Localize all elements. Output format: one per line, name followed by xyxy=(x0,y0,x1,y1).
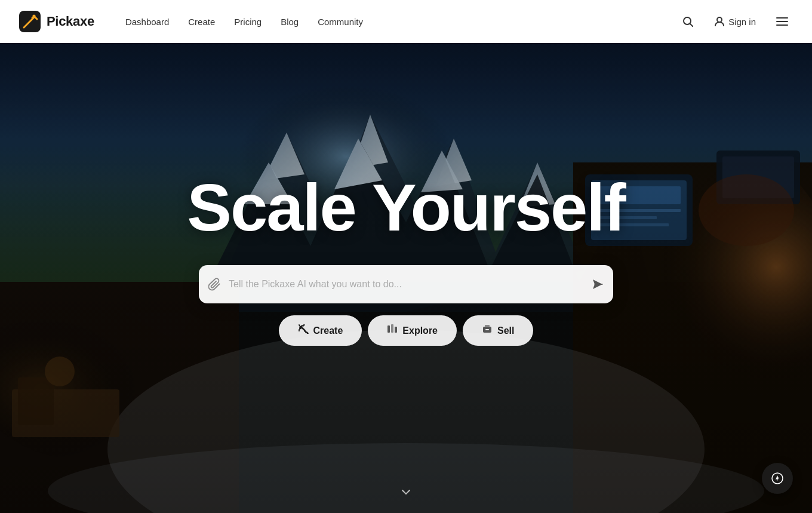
logo-link[interactable]: Pickaxe xyxy=(19,11,94,32)
nav-item-pricing[interactable]: Pricing xyxy=(227,13,269,30)
svg-rect-39 xyxy=(391,324,393,333)
logo-icon xyxy=(19,11,41,32)
svg-rect-42 xyxy=(485,325,490,327)
navbar-left: Pickaxe Dashboard Create Pricing Blog Co… xyxy=(19,11,370,32)
create-label: Create xyxy=(313,325,343,336)
sign-in-label: Sign in xyxy=(728,17,756,27)
hero-section: Scale Yourself ⛏ Create xyxy=(0,43,812,513)
svg-rect-40 xyxy=(395,327,397,333)
user-icon xyxy=(714,16,725,27)
svg-rect-38 xyxy=(387,325,390,333)
sell-label: Sell xyxy=(497,325,514,336)
navbar-right: Sign in xyxy=(677,11,793,32)
navbar: Pickaxe Dashboard Create Pricing Blog Co… xyxy=(0,0,812,43)
attachment-icon xyxy=(208,278,222,291)
hero-content: Scale Yourself ⛏ Create xyxy=(0,43,812,513)
hamburger-line-1 xyxy=(776,17,788,19)
search-icon xyxy=(682,16,693,27)
search-bar xyxy=(199,265,613,303)
compass-icon xyxy=(771,472,784,485)
svg-point-4 xyxy=(684,17,691,24)
nav-item-create[interactable]: Create xyxy=(181,13,222,30)
svg-line-5 xyxy=(690,24,693,26)
nav-item-dashboard[interactable]: Dashboard xyxy=(118,13,176,30)
logo-text: Pickaxe xyxy=(47,14,94,29)
nav-links: Dashboard Create Pricing Blog Community xyxy=(118,13,370,30)
create-button[interactable]: ⛏ Create xyxy=(279,315,362,346)
nav-item-blog[interactable]: Blog xyxy=(273,13,306,30)
search-input[interactable] xyxy=(229,279,583,290)
action-buttons: ⛏ Create Explore xyxy=(279,315,534,346)
hamburger-line-3 xyxy=(776,24,788,26)
sell-button[interactable]: Sell xyxy=(463,315,533,346)
explore-label: Explore xyxy=(402,325,438,336)
svg-point-45 xyxy=(777,478,779,480)
compass-button[interactable] xyxy=(762,463,793,494)
nav-item-community[interactable]: Community xyxy=(310,13,370,30)
sign-in-button[interactable]: Sign in xyxy=(708,13,762,30)
svg-point-6 xyxy=(717,17,722,22)
search-submit-button[interactable] xyxy=(590,278,604,291)
explore-button[interactable]: Explore xyxy=(368,315,457,346)
svg-rect-43 xyxy=(485,329,489,330)
search-button[interactable] xyxy=(677,11,699,32)
create-icon: ⛏ xyxy=(298,324,309,337)
sell-icon xyxy=(482,324,493,337)
menu-button[interactable] xyxy=(771,11,793,32)
hamburger-line-2 xyxy=(776,21,788,22)
scroll-indicator xyxy=(400,486,412,501)
explore-icon xyxy=(387,324,398,337)
send-icon xyxy=(590,278,604,291)
hero-title: Scale Yourself xyxy=(187,174,625,241)
